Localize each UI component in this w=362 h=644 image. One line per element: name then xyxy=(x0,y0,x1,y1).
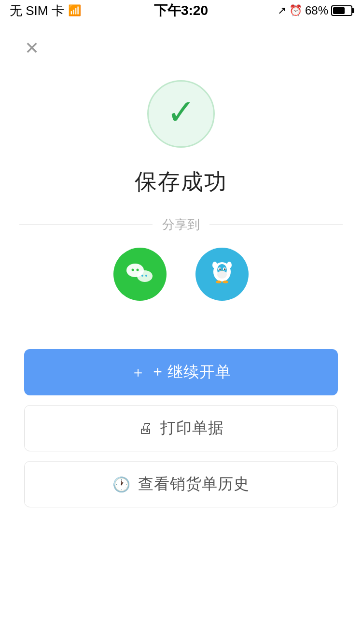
svg-point-13 xyxy=(217,271,227,279)
svg-point-5 xyxy=(145,275,147,277)
svg-point-2 xyxy=(132,269,134,271)
qq-icon xyxy=(208,259,236,289)
status-left: 无 SIM 卡 📶 xyxy=(10,2,81,19)
printer-icon: 🖨 xyxy=(138,420,153,436)
divider-line-right xyxy=(209,224,343,225)
success-title: 保存成功 xyxy=(135,167,227,197)
status-bar: 无 SIM 卡 📶 下午3:20 ↗ ⏰ 68% xyxy=(0,0,362,21)
print-label: 打印单据 xyxy=(160,418,224,439)
svg-point-3 xyxy=(137,269,139,271)
clock-icon: 🕐 xyxy=(112,476,130,493)
divider-line-left xyxy=(19,224,153,225)
share-divider: 分享到 xyxy=(19,216,343,233)
success-section: ✓ 保存成功 分享到 xyxy=(19,70,343,349)
continue-order-label: + 继续开单 xyxy=(153,362,231,383)
svg-point-1 xyxy=(137,270,153,282)
battery-percent: 68% xyxy=(305,4,328,17)
wifi-icon: 📶 xyxy=(68,4,81,17)
checkmark-icon: ✓ xyxy=(167,95,195,129)
continue-order-button[interactable]: ＋ + 继续开单 xyxy=(24,349,338,395)
share-icons xyxy=(113,248,249,301)
svg-point-11 xyxy=(224,268,225,270)
main-content: ✕ ✓ 保存成功 分享到 xyxy=(0,21,362,507)
location-icon: ↗ xyxy=(278,4,286,17)
history-label: 查看销货单历史 xyxy=(138,474,250,495)
svg-point-15 xyxy=(223,280,228,283)
print-button[interactable]: 🖨 打印单据 xyxy=(24,405,338,451)
battery-icon xyxy=(331,5,352,16)
alarm-icon: ⏰ xyxy=(289,4,302,17)
history-button[interactable]: 🕐 查看销货单历史 xyxy=(24,461,338,507)
svg-point-16 xyxy=(212,262,217,268)
svg-point-10 xyxy=(219,268,221,270)
no-sim-text: 无 SIM 卡 xyxy=(10,2,64,19)
wechat-icon xyxy=(124,258,156,291)
close-icon: ✕ xyxy=(25,40,39,57)
svg-point-14 xyxy=(216,280,222,283)
qq-share-button[interactable] xyxy=(195,248,249,301)
success-circle: ✓ xyxy=(147,80,215,148)
status-time: 下午3:20 xyxy=(154,1,208,20)
plus-icon: ＋ xyxy=(131,363,145,382)
share-label: 分享到 xyxy=(153,216,209,233)
status-right: ↗ ⏰ 68% xyxy=(278,4,352,17)
close-button[interactable]: ✕ xyxy=(19,36,44,61)
svg-point-17 xyxy=(227,262,232,268)
wechat-share-button[interactable] xyxy=(113,248,167,301)
action-buttons: ＋ + 继续开单 🖨 打印单据 🕐 查看销货单历史 xyxy=(19,349,343,507)
svg-point-4 xyxy=(141,275,143,277)
